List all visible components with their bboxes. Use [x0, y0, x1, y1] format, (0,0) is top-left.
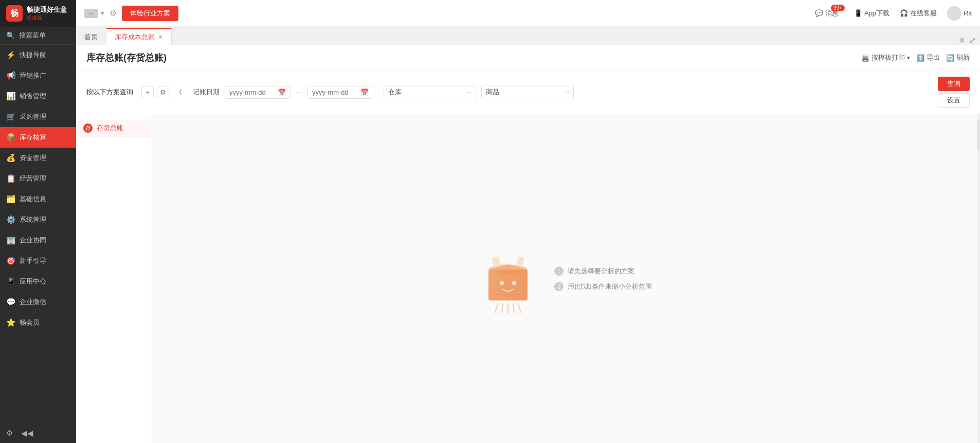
- sidebar-item-operation[interactable]: 📋 经营管理: [0, 168, 76, 189]
- tab-area-close-icon[interactable]: ✕: [958, 36, 965, 45]
- filter-title: 按以下方案查询: [86, 87, 133, 97]
- print-icon: 🖨️: [861, 54, 869, 62]
- filter-settings-btn[interactable]: ⚙: [157, 86, 169, 98]
- tab-close-area: ✕ ⤢: [958, 36, 980, 45]
- topbar-settings-icon[interactable]: ⚙: [110, 8, 117, 18]
- tab-home-label: 首页: [84, 32, 98, 42]
- scheme-item-inventory-ledger[interactable]: 存 存货总账: [76, 119, 152, 137]
- sidebar-item-label: 营销推广: [20, 71, 70, 80]
- date-start-input[interactable]: [229, 88, 276, 96]
- scheme-icon: 存: [83, 123, 93, 133]
- calendar-start-icon[interactable]: 📅: [278, 88, 286, 96]
- app-download-label: App下载: [864, 9, 890, 18]
- messages-badge: 99+: [831, 5, 845, 11]
- tab-inventory-ledger[interactable]: 库存成本总账 ✕: [106, 28, 172, 45]
- finance-icon: 💰: [6, 153, 15, 163]
- filter-row: 记账日期 📅 — 📅 仓库 ··· 商品 ···: [193, 85, 925, 99]
- refresh-btn[interactable]: 🔄 刷新: [946, 53, 970, 62]
- sidebar-item-wechat[interactable]: 💬 企业微信: [0, 292, 76, 312]
- sidebar-item-label: 资金管理: [20, 153, 70, 163]
- filter-add-btn[interactable]: ＋: [141, 86, 154, 98]
- page-title: 库存总账(存货总账): [86, 51, 167, 64]
- print-template-btn[interactable]: 🖨️ 按模板打印 ▾: [861, 53, 910, 62]
- sales-icon: 📊: [6, 92, 15, 101]
- scheme-panel: 存 存货总账: [76, 114, 152, 443]
- breadcrumb-dropdown-icon[interactable]: ▾: [101, 9, 104, 17]
- main-area: ··· ▾ ⚙ 体验行业方案 💬 消息 99+ 📱 App下载 🎧 在线客服 R…: [76, 0, 980, 443]
- empty-hint-1: 1 请先选择要分析的方案: [554, 267, 651, 276]
- sidebar-item-label: 企业协同: [20, 236, 70, 245]
- tab-close-icon[interactable]: ✕: [158, 33, 163, 41]
- sidebar-item-member[interactable]: ⭐ 畅会员: [0, 312, 76, 333]
- settings-btn[interactable]: 设置: [938, 93, 970, 108]
- sidebar-item-marketing[interactable]: 📢 营销推广: [0, 65, 76, 86]
- sidebar-item-inventory[interactable]: 📦 库存核算: [0, 127, 76, 148]
- tab-area-expand-icon[interactable]: ⤢: [969, 36, 976, 45]
- breadcrumb-current: ···: [84, 9, 98, 18]
- filter-product[interactable]: 商品 ···: [481, 85, 574, 99]
- apps-icon: 📱: [6, 277, 15, 286]
- inventory-icon: 📦: [6, 133, 15, 142]
- search-icon: 🔍: [6, 31, 15, 40]
- date-end-input[interactable]: [312, 88, 358, 96]
- online-service-btn[interactable]: 🎧 在线客服: [900, 9, 937, 18]
- filter-date-end[interactable]: 📅: [307, 86, 373, 99]
- sidebar-item-basic[interactable]: 🗂️ 基础信息: [0, 189, 76, 209]
- tab-home[interactable]: 首页: [76, 29, 106, 45]
- sidebar-search[interactable]: 🔍 搜索菜单: [0, 27, 76, 45]
- logo-icon: 畅: [6, 5, 23, 22]
- app-download-btn[interactable]: 📱 App下载: [854, 9, 890, 18]
- empty-hint-2: 2 用[过滤]条件来缩小分析范围: [554, 282, 651, 291]
- sidebar-item-label: 应用中心: [20, 277, 70, 286]
- sidebar-item-label: 销售管理: [20, 92, 70, 101]
- filter-date-start[interactable]: 📅: [225, 86, 291, 99]
- filter-product-label: 商品: [486, 87, 499, 97]
- svg-rect-3: [488, 270, 528, 300]
- app-download-icon: 📱: [854, 9, 862, 17]
- enterprise-icon: 🏢: [6, 236, 15, 245]
- sidebar-search-label: 搜索菜单: [19, 31, 46, 40]
- page-header: 库存总账(存货总账) 🖨️ 按模板打印 ▾ ⬆️ 导出 🔄 刷新: [76, 45, 980, 70]
- sidebar-item-sales[interactable]: 📊 销售管理: [0, 86, 76, 107]
- sidebar-footer: ⚙ ◀◀: [0, 423, 76, 443]
- empty-svg: [477, 248, 539, 315]
- messages-btn[interactable]: 💬 消息 99+: [815, 9, 839, 18]
- sidebar-item-enterprise[interactable]: 🏢 企业协同: [0, 230, 76, 251]
- sidebar-logo: 畅 畅捷通好生意 标准版: [0, 0, 76, 27]
- query-btn[interactable]: 查询: [938, 77, 970, 91]
- sidebar-item-apps[interactable]: 📱 应用中心: [0, 271, 76, 292]
- basic-icon: 🗂️: [6, 194, 15, 204]
- hint-num-2: 2: [554, 282, 564, 291]
- quick-nav-icon: ⚡: [6, 50, 15, 60]
- sidebar-item-finance[interactable]: 💰 资金管理: [0, 148, 76, 168]
- filter-buttons: 查询 设置: [938, 77, 970, 108]
- export-icon: ⬆️: [916, 54, 924, 62]
- sidebar-item-quick-nav[interactable]: ⚡ 快捷导航: [0, 45, 76, 65]
- scrollbar-thumb[interactable]: [977, 119, 979, 150]
- sidebar-item-system[interactable]: ⚙️ 系统管理: [0, 209, 76, 230]
- sidebar-item-label: 经营管理: [20, 174, 70, 183]
- svg-line-10: [518, 304, 521, 312]
- settings-footer-btn[interactable]: ⚙: [6, 429, 13, 438]
- empty-illustration: [477, 248, 539, 310]
- page-header-actions: 🖨️ 按模板打印 ▾ ⬆️ 导出 🔄 刷新: [861, 53, 970, 62]
- content: 库存总账(存货总账) 🖨️ 按模板打印 ▾ ⬆️ 导出 🔄 刷新 按以下方案: [76, 45, 980, 443]
- filter-warehouse-label: 仓库: [388, 87, 402, 97]
- filter-collapse-btn[interactable]: 《: [172, 86, 185, 98]
- user-profile[interactable]: Rit: [947, 6, 972, 21]
- sidebar-item-purchase[interactable]: 🛒 采购管理: [0, 107, 76, 127]
- export-btn[interactable]: ⬆️ 导出: [916, 53, 940, 62]
- filter-warehouse[interactable]: 仓库 ···: [384, 85, 476, 99]
- guide-icon: 🎯: [6, 256, 15, 265]
- user-name: Rit: [964, 9, 972, 17]
- content-body: 存 存货总账: [76, 114, 980, 443]
- sidebar-item-guide[interactable]: 🎯 新手引导: [0, 251, 76, 271]
- logo-text: 畅捷通好生意 标准版: [27, 5, 67, 22]
- filter-panel: 按以下方案查询 ＋ ⚙ 《 记账日期 📅 — 📅 仓库: [76, 70, 980, 114]
- operation-icon: 📋: [6, 174, 15, 183]
- calendar-end-icon[interactable]: 📅: [360, 88, 369, 96]
- industry-btn[interactable]: 体验行业方案: [122, 6, 178, 21]
- online-service-icon: 🎧: [900, 9, 908, 17]
- collapse-footer-btn[interactable]: ◀◀: [21, 429, 33, 438]
- member-icon: ⭐: [6, 318, 15, 327]
